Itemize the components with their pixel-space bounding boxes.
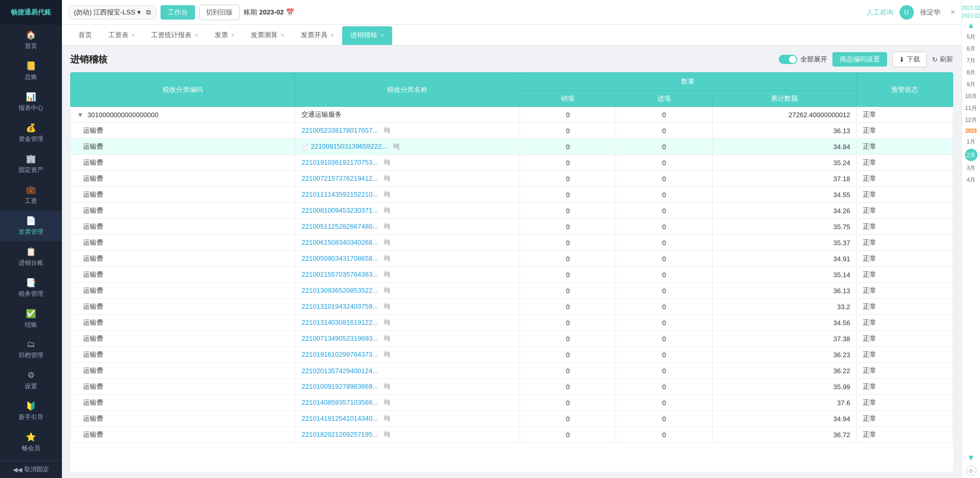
year-2023[interactable]: 2023 [962,126,980,136]
table-row-name: 运输费 [71,379,295,395]
sidebar-item-home[interactable]: 🏠 首页 [0,25,62,56]
expand-icon[interactable]: ▼ [77,111,84,119]
tab-invoice-open[interactable]: 发票开具 × [293,26,342,45]
sidebar-item-invoice[interactable]: 📄 发票管理 [0,211,62,242]
table-row-sales: 0 [520,107,616,123]
month-6[interactable]: 6月 [962,43,980,55]
month-4[interactable]: 4月 [962,174,980,186]
table-row-status: 正常 [857,123,953,139]
product-code-settings-button[interactable]: 商品编码设置 [832,52,887,67]
settings-circle-icon[interactable]: ⚙ [966,466,976,476]
switch-version-button[interactable]: 切到旧版 [199,5,239,20]
sidebar-item-funds[interactable]: 💰 资金管理 [0,118,62,149]
sidebar-item-guide[interactable]: 🔰 新手引导 [0,396,62,427]
sidebar-item-assets[interactable]: 🏢 固定资产 [0,149,62,180]
tab-close-invoice[interactable]: × [231,32,234,38]
payroll-icon: 💼 [26,185,36,195]
table-row-status: 正常 [857,379,953,395]
table-row-cumulative: 35.75 [712,219,857,235]
table-row-status: 正常 [857,107,953,123]
scroll-down-arrow[interactable]: ▼ [966,452,976,464]
month-10[interactable]: 10月 [962,90,980,102]
unpin-button[interactable]: ◀◀ 取消固定 [0,460,62,478]
table-row-purchase: 0 [616,315,713,331]
page-title: 进销稽核 [70,53,107,66]
copy-icon[interactable]: ⧉ [146,8,151,17]
sidebar-item-close-books[interactable]: ✅ 结账 [0,304,62,334]
tab-invoice-calc[interactable]: 发票测算 × [243,26,292,45]
table-row-sales: 0 [520,395,616,411]
calendar-icon[interactable]: 📅 [286,8,294,16]
tab-home[interactable]: 首页 [70,26,100,45]
col-tax-code-header: 税收分类编码 [71,73,295,107]
table-row-cumulative: 36.22 [712,363,857,379]
table-row-purchase: 0 [616,107,713,123]
sidebar-item-ledger[interactable]: 📒 总账 [0,56,62,87]
month-12[interactable]: 12月 [962,114,980,126]
table-row-invoice: 2210051125282667480... 吨 [295,219,520,235]
table-row-invoice: 2210182021269257195... 吨 [295,427,520,443]
sales-ledger-icon: 📋 [26,247,36,257]
download-button[interactable]: ⬇ 下载 [892,52,927,67]
sidebar-item-settings[interactable]: ⚙ 设置 [0,365,62,396]
table-row-status: 正常 [857,155,953,171]
tab-close-payroll-stats[interactable]: × [195,32,198,38]
tab-invoice[interactable]: 发票 × [206,26,243,45]
tab-sales-audit[interactable]: 进销稽核 × [342,26,392,45]
table-row-cumulative: 36.72 [712,427,857,443]
sidebar-item-payroll[interactable]: 💼 工资 [0,180,62,211]
table-row-status: 正常 [857,427,953,443]
table-row-sales: 0 [520,315,616,331]
table-row-invoice: 2210081009453230371... 吨 [295,203,520,219]
scroll-up-arrow[interactable]: ▲ [966,20,976,31]
table-row-name: 交通运输服务 [295,107,520,123]
sidebar-item-tax[interactable]: 📑 税务管理 [0,273,62,304]
tab-payroll[interactable]: 工资表 × [100,26,143,45]
table-row-sales: 0 [520,283,616,299]
tab-close-payroll[interactable]: × [132,32,135,38]
sidebar-item-reports[interactable]: 📊 报表中心 [0,87,62,118]
month-7[interactable]: 7月 [962,55,980,67]
table-row-sales: 0 [520,171,616,187]
table-row-name: 运输费 [71,251,295,267]
tab-payroll-stats[interactable]: 工资统计报表 × [143,26,206,45]
sidebar-item-member[interactable]: ⭐ 畅会员 [0,427,62,458]
window-close-button[interactable]: × [951,8,955,17]
month-5[interactable]: 5月 [962,31,980,43]
tab-close-invoice-open[interactable]: × [331,32,334,38]
table-row-invoice: 2210201357429400124... [295,363,520,379]
table-row-cumulative: 34.56 [712,315,857,331]
sidebar-item-archive[interactable]: 🗂 归档管理 [0,334,62,365]
company-selector[interactable]: (勿动) 江西报宝-LSS ▾ ⧉ [68,5,156,20]
table-row-purchase: 0 [616,203,713,219]
table-row-status: 正常 [857,219,953,235]
month-9[interactable]: 9月 [962,78,980,90]
table-row-name: 运输费 [71,299,295,315]
month-1[interactable]: 1月 [962,136,980,148]
table-row-invoice: 2210072157376219412... 吨 [295,171,520,187]
refresh-button[interactable]: ↻ 刷新 [932,55,953,64]
toggle-switch[interactable] [779,55,797,64]
month-11[interactable]: 11月 [962,102,980,114]
month-8[interactable]: 8月 [962,67,980,78]
expand-all-toggle[interactable]: 全部展开 [779,55,827,64]
table-row-sales: 0 [520,411,616,427]
table-row-status: 正常 [857,395,953,411]
table-row-purchase: 0 [616,283,713,299]
table-row-status: 正常 [857,267,953,283]
workspace-button[interactable]: 工作台 [160,5,195,20]
right-panel-year-top: 2023.02 [961,4,980,12]
support-label[interactable]: 人工咨询 [866,8,893,17]
sidebar-item-sales-ledger[interactable]: 📋 进销台账 [0,242,62,273]
table-row-cumulative: 35.24 [712,155,857,171]
table-row-sales: 0 [520,219,616,235]
right-panel-year-top2: 2023.02 [961,12,980,20]
table-row-invoice: 2210111143592152210... 吨 [295,187,520,203]
table-row-name: 运输费 [71,139,295,155]
month-3[interactable]: 3月 [962,162,980,174]
tab-close-sales-audit[interactable]: × [380,32,383,38]
tab-close-invoice-calc[interactable]: × [281,32,284,38]
col-quantity-group-header: 数量 [520,73,857,91]
month-2-current[interactable]: 2月 [965,149,977,161]
table-row-status: 正常 [857,411,953,427]
